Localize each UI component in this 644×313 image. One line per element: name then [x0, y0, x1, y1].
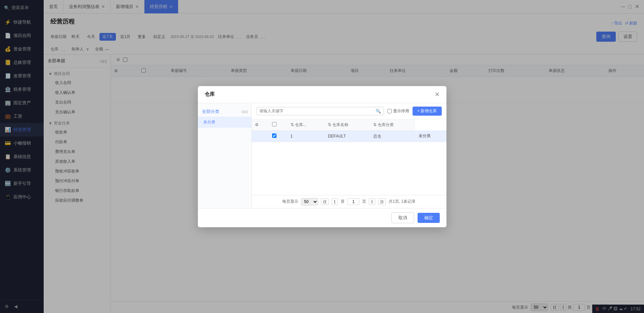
modal-page-label: 算: [341, 199, 345, 204]
modal-row-code: DEFAULT: [325, 130, 370, 142]
modal-right-panel: 🔍 显示停用 + 新增仓库 ⚙⇅ 仓库...⇅ 仓库名称⇅ 仓库分类: [252, 103, 446, 208]
modal-toolbar: 🔍 显示停用 + 新增仓库: [252, 103, 446, 119]
modal-table-row[interactable]: 1 DEFAULT 总仓 未分类: [252, 130, 446, 142]
modal-row-settings: [252, 130, 269, 142]
modal-prev-page[interactable]: ⟨: [332, 198, 338, 205]
modal-last-page[interactable]: ⟩⟩: [378, 198, 386, 205]
modal-search-icon: 🔍: [376, 109, 381, 114]
modal-collapse-icon[interactable]: ◁◁: [241, 109, 247, 114]
modal-search-input[interactable]: [259, 109, 375, 113]
modal-col-name: ⇅ 仓库名称: [325, 119, 370, 131]
modal-col-settings-icon[interactable]: ⚙: [255, 122, 259, 127]
modal-close-button[interactable]: ✕: [435, 91, 440, 98]
modal-per-page-label: 每页显示: [282, 199, 298, 204]
modal-table-area: ⚙⇅ 仓库...⇅ 仓库名称⇅ 仓库分类 1 DEFAULT 总仓 未分类: [252, 119, 446, 195]
show-disabled-checkbox[interactable]: [387, 109, 392, 113]
modal-row-id: 1: [287, 130, 325, 142]
modal-confirm-button[interactable]: 确定: [418, 213, 440, 223]
modal-left-title: 全部分类: [202, 109, 219, 115]
warehouse-modal: 仓库 ✕ 全部分类 ◁◁ 未分类 🔍: [198, 86, 446, 227]
modal-per-page-select[interactable]: 50 100: [301, 198, 318, 205]
modal-table-header: ⚙⇅ 仓库...⇅ 仓库名称⇅ 仓库分类: [252, 119, 446, 131]
show-disabled-label[interactable]: 显示停用: [387, 108, 409, 114]
modal-search-box[interactable]: 🔍: [256, 107, 384, 115]
modal-header: 仓库 ✕: [198, 86, 446, 103]
modal-cancel-button[interactable]: 取消: [391, 212, 414, 223]
modal-col-code: ⇅ 仓库...: [287, 119, 325, 131]
modal-table-body: 1 DEFAULT 总仓 未分类: [252, 130, 446, 142]
modal-page-unit: 页: [362, 199, 366, 204]
modal-left-items: 未分类: [198, 117, 251, 128]
modal-pagination-bar: 每页显示 50 100 ⟨⟨ ⟨ 算 页 ⟩ ⟩⟩ 共1页, 1条记录: [252, 195, 446, 208]
modal-col-category: ⇅ 仓库分类: [370, 119, 415, 131]
modal-row-category: 未分类: [415, 130, 446, 142]
modal-footer: 取消 确定: [198, 208, 446, 227]
modal-row-checkbox[interactable]: [269, 130, 287, 142]
modal-left-panel: 全部分类 ◁◁ 未分类: [198, 103, 252, 208]
modal-total-label: 共1页, 1条记录: [389, 199, 416, 204]
modal-overlay: 仓库 ✕ 全部分类 ◁◁ 未分类 🔍: [0, 0, 644, 313]
modal-first-page[interactable]: ⟨⟨: [321, 198, 329, 205]
modal-row-check[interactable]: [272, 133, 276, 138]
modal-row-name: 总仓: [370, 130, 415, 142]
modal-body: 全部分类 ◁◁ 未分类 🔍 显示停用 + 新增仓库: [198, 103, 446, 208]
modal-col-checkbox[interactable]: [272, 122, 276, 126]
modal-page-input[interactable]: [347, 198, 359, 205]
modal-title: 仓库: [205, 91, 215, 97]
add-warehouse-button[interactable]: + 新增仓库: [413, 107, 441, 116]
modal-next-page[interactable]: ⟩: [369, 198, 375, 205]
modal-col-settings: ⚙: [252, 119, 269, 131]
modal-left-header: 全部分类 ◁◁: [198, 107, 251, 117]
modal-left-item-uncategorized[interactable]: 未分类: [198, 117, 251, 128]
modal-table: ⚙⇅ 仓库...⇅ 仓库名称⇅ 仓库分类 1 DEFAULT 总仓 未分类: [252, 119, 446, 142]
modal-col-checkbox: [269, 119, 287, 131]
